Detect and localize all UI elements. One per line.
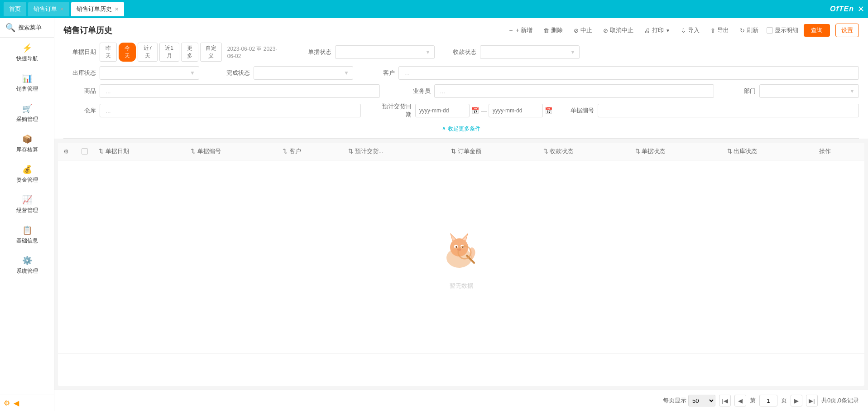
tab-sales-order-history[interactable]: 销售订单历史 ✕ [71,2,124,16]
basic-info-icon: 📋 [22,225,32,235]
sidebar-item-label: 经营管理 [16,207,38,214]
window-close-button[interactable]: ✕ [858,4,864,14]
collapse-row[interactable]: ∧ 收起更多条件 [63,123,859,135]
tab-sales-order-close[interactable]: ✕ [60,6,64,12]
voucher-status-select[interactable]: ▼ [335,45,435,59]
display-detail-label: 显示明细 [775,26,798,34]
customer-label: 客户 [362,69,398,77]
stop-icon: ⊘ [574,27,579,34]
date-btn-1month[interactable]: 近1月 [159,43,179,62]
salesperson-dots[interactable]: ... [440,87,446,95]
expected-date-end[interactable] [489,104,543,117]
sidebar-item-purchase-mgmt[interactable]: 🛒 采购管理 [0,98,54,129]
outbound-status-label: 出库状态 [63,69,100,77]
filter-row-4: 仓库 ... 预计交货日期 📅 — 📅 单据编号 [63,102,859,119]
sidebar-item-system-mgmt[interactable]: ⚙️ 系统管理 [0,250,54,280]
product-dots[interactable]: ... [106,87,111,95]
date-btn-custom[interactable]: 自定义 [200,43,222,62]
first-page-button[interactable]: |◀ [719,395,731,406]
date-btn-today[interactable]: 今天 [119,43,136,62]
stop-button[interactable]: ⊘ 中止 [571,24,595,36]
filter-row-2: 出库状态 ▼ 完成状态 ▼ 客户 ... [63,66,859,80]
print-button[interactable]: 🖨 打印 ▼ [642,24,673,36]
th-voucher-status[interactable]: ⇅ 单据状态 [630,143,722,160]
warehouse-input[interactable]: ... [100,104,361,117]
page-size-label: 每页显示 [663,396,686,405]
th-voucher-date[interactable]: ⇅ 单据日期 [93,143,185,160]
print-icon: 🖨 [644,27,650,34]
next-page-button[interactable]: ▶ [791,395,802,406]
toolbar: ＋ + 新增 🗑 删除 ⊘ 中止 ⊘ 取消中止 [505,24,859,37]
page-header: 销售订单历史 ＋ + 新增 🗑 删除 ⊘ 中止 ⊘ [54,18,868,139]
th-payment-status[interactable]: ⇅ 收款状态 [538,143,630,160]
sidebar-item-basic-info[interactable]: 📋 基础信息 [0,220,54,250]
payment-status-select[interactable]: ▼ [480,45,580,59]
page-size-select: 每页显示 50 100 200 [663,395,715,406]
sidebar-collapse-btn[interactable]: ◀ [14,399,19,407]
voucher-status-dropdown-icon: ▼ [425,49,431,55]
customer-input[interactable]: ... [398,66,859,80]
product-input[interactable]: ... [100,84,380,98]
empty-state-row: 暂无数据 [58,160,864,354]
new-button[interactable]: ＋ + 新增 [505,24,535,36]
import-button[interactable]: ⇩ 导入 [678,24,702,36]
filter-row-3: 商品 ... 业务员 ... 部门 ▼ [63,84,859,98]
tab-home[interactable]: 首页 [4,2,26,16]
import-icon: ⇩ [681,27,686,34]
date-btn-more[interactable]: 更多 [181,43,198,62]
settings-button[interactable]: 设置 [835,24,859,37]
page-size-dropdown[interactable]: 50 100 200 [688,395,715,406]
date-btn-7days[interactable]: 近7天 [138,43,158,62]
outbound-status-select[interactable]: ▼ [100,66,199,80]
sidebar-search[interactable]: 🔍 搜索菜单 [0,18,54,38]
sidebar-item-inventory[interactable]: 📦 库存核算 [0,129,54,159]
page-number-input[interactable] [759,395,777,406]
voucher-date-label: 单据日期 [63,48,100,56]
product-label: 商品 [63,87,100,95]
th-outbound-status[interactable]: ⇅ 出库状态 [722,143,814,160]
customer-dots[interactable]: ... [404,69,410,77]
sidebar-item-label: 资金管理 [16,176,38,184]
display-detail-check[interactable] [767,27,773,34]
warehouse-dots[interactable]: ... [106,107,111,114]
query-button[interactable]: 查询 [804,24,830,37]
date-buttons-group: 昨天 今天 近7天 近1月 更多 自定义 2023-06-02 至 2023-0… [100,43,281,62]
voucher-number-input[interactable] [598,104,859,117]
department-dropdown-icon: ▼ [849,88,855,94]
delete-button[interactable]: 🗑 删除 [541,24,566,36]
sidebar-item-quick-nav[interactable]: ⚡ 快捷导航 [0,38,54,68]
expected-date-start[interactable] [415,104,470,117]
quick-nav-icon: ⚡ [22,43,32,53]
sidebar-settings-btn[interactable]: ⚙ [4,399,10,407]
tab-sales-order[interactable]: 销售订单 ✕ [28,2,69,16]
cancel-stop-button[interactable]: ⊘ 取消中止 [600,24,636,36]
th-customer[interactable]: ⇅ 客户 [277,143,343,160]
tab-sales-order-history-close[interactable]: ✕ [115,6,119,12]
salesperson-input[interactable]: ... [434,84,715,98]
sidebar-item-sales-mgmt[interactable]: 📊 销售管理 [0,68,54,98]
page-label: 第 [750,396,756,405]
completion-status-select[interactable]: ▼ [254,66,353,80]
sidebar-item-operations[interactable]: 📈 经营管理 [0,189,54,220]
th-order-amount[interactable]: ⇅ 订单金额 [446,143,537,160]
finance-icon: 💰 [22,164,32,174]
prev-page-button[interactable]: ◀ [734,395,746,406]
salesperson-label: 业务员 [398,87,434,95]
date-btn-yesterday[interactable]: 昨天 [100,43,117,62]
print-dropdown-icon: ▼ [666,28,670,33]
sidebar-item-label: 采购管理 [16,116,38,123]
th-settings[interactable]: ⚙ [58,143,76,160]
svg-point-8 [456,246,457,248]
select-all-checkbox[interactable] [82,148,88,155]
table-settings-icon[interactable]: ⚙ [63,148,69,155]
sidebar-item-finance[interactable]: 💰 资金管理 [0,159,54,189]
th-voucher-number[interactable]: ⇅ 单据编号 [185,143,277,160]
last-page-button[interactable]: ▶| [806,395,818,406]
delete-icon: 🗑 [543,27,549,34]
refresh-button[interactable]: ↻ 刷新 [737,24,761,36]
collapse-icon: ∧ [442,125,446,133]
display-detail-checkbox[interactable]: 显示明细 [767,26,798,34]
export-button[interactable]: ⇧ 导出 [708,24,732,36]
department-select[interactable]: ▼ [759,84,859,98]
th-expected-delivery[interactable]: ⇅ 预计交货... [343,143,446,160]
